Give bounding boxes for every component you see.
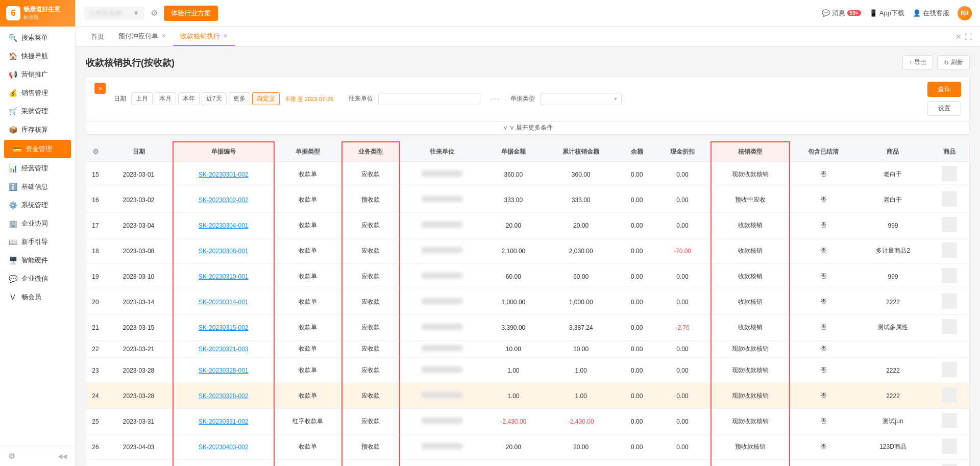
docno-link[interactable]: SK-20230314-001 bbox=[199, 299, 248, 306]
purchase-icon: 🛒 bbox=[8, 107, 17, 115]
main-area: 工作区名称 ▼ ⚙ 体验行业方案 💬 消息 99+ 📱 App下载 👤 在线客服… bbox=[76, 0, 980, 466]
sidebar-item-member[interactable]: V 畅会员 bbox=[0, 288, 75, 306]
sidebar-item-purchase[interactable]: 🛒 采购管理 bbox=[0, 102, 75, 120]
gear-icon[interactable]: ⚙ bbox=[151, 8, 158, 18]
partner-filter-input[interactable] bbox=[378, 93, 480, 105]
refresh-button[interactable]: ↻ 刷新 bbox=[937, 55, 970, 70]
col-included: 包含已结清 bbox=[790, 142, 857, 162]
date-btn-this-year[interactable]: 本年 bbox=[178, 92, 200, 105]
sidebar-item-quicknav[interactable]: 🏠 快捷导航 bbox=[0, 47, 75, 65]
docno-link[interactable]: SK-20230315-002 bbox=[199, 324, 248, 331]
tab-home[interactable]: 首页 bbox=[84, 28, 111, 45]
col-amount: 单据金额 bbox=[484, 142, 543, 162]
docno-link[interactable]: SK-20230308-001 bbox=[199, 248, 248, 255]
cell-hxamount: 100.00 bbox=[543, 460, 620, 467]
col-discount: 现金折扣 bbox=[654, 142, 711, 162]
online-service-link[interactable]: 👤 在线客服 bbox=[913, 9, 949, 18]
cell-docno: SK-20230314-001 bbox=[173, 289, 274, 315]
doctype-filter-select[interactable] bbox=[540, 93, 622, 105]
service-icon: 👤 bbox=[913, 9, 921, 17]
docno-link[interactable]: SK-20230310-001 bbox=[199, 273, 248, 280]
table-row: 20 2023-03-14 SK-20230314-001 收款单 应收款 1,… bbox=[86, 289, 969, 315]
refresh-icon: ↻ bbox=[944, 59, 949, 66]
cell-date: 2023-03-15 bbox=[105, 315, 173, 340]
docno-link[interactable]: SK-20230321-003 bbox=[199, 346, 248, 353]
sidebar-item-guide[interactable]: 📖 新手引导 bbox=[0, 233, 75, 251]
sidebar-item-sales[interactable]: 💰 销售管理 bbox=[0, 84, 75, 102]
tabbar: 首页 预付冲应付单 ✕ 收款核销执行 ✕ ✕ ⛶ bbox=[76, 27, 980, 47]
cell-partner bbox=[400, 358, 484, 383]
table-container[interactable]: ⚙ 日期 单据编号 单据类型 业务类型 往来单位 单据金额 累计核销金额 余额 … bbox=[86, 141, 969, 466]
docno-link[interactable]: SK-20230403-002 bbox=[199, 444, 248, 451]
sidebar-item-corp[interactable]: 🏢 企业协同 bbox=[0, 214, 75, 233]
query-button[interactable]: 查询 bbox=[927, 82, 961, 97]
sidebar-item-basic[interactable]: ℹ️ 基础信息 bbox=[0, 178, 75, 196]
tab-receipts[interactable]: 收款核销执行 ✕ bbox=[173, 28, 235, 46]
cell-discount: 0.00 bbox=[654, 434, 711, 460]
message-badge[interactable]: 💬 消息 99+ bbox=[822, 9, 861, 18]
cell-doctype: 收款单 bbox=[274, 460, 342, 467]
sidebar-item-finance[interactable]: 💳 资金管理 bbox=[4, 140, 71, 158]
docno-link[interactable]: SK-20230328-002 bbox=[199, 393, 248, 400]
cell-amount: 100.00 bbox=[484, 460, 543, 467]
industry-solution-button[interactable]: 体验行业方案 bbox=[164, 6, 218, 21]
col-docno: 单据编号 bbox=[173, 142, 274, 162]
col-gear[interactable]: ⚙ bbox=[86, 142, 105, 162]
cell-goods2 bbox=[929, 460, 969, 467]
date-btn-7days[interactable]: 近7天 bbox=[202, 92, 227, 105]
tab-close-all-icon[interactable]: ✕ bbox=[955, 33, 962, 41]
more-filters-dots[interactable]: ··· bbox=[485, 94, 505, 104]
workspace-dropdown-icon: ▼ bbox=[133, 9, 139, 17]
cell-hxamount: 333.00 bbox=[543, 187, 620, 213]
filter-expand-button[interactable]: » bbox=[94, 83, 106, 94]
sidebar-item-marketing[interactable]: 📢 营销推广 bbox=[0, 65, 75, 84]
cell-partner bbox=[400, 460, 484, 467]
cell-no: 18 bbox=[86, 238, 105, 264]
tabbar-right: ✕ ⛶ bbox=[955, 33, 972, 41]
user-avatar[interactable]: Rit bbox=[958, 6, 972, 20]
tab-prepay-close[interactable]: ✕ bbox=[161, 33, 166, 39]
tab-receipts-close[interactable]: ✕ bbox=[223, 33, 228, 39]
cell-amount: -2,430.00 bbox=[484, 409, 543, 434]
date-range-display: 不限 至 2023-07-26 bbox=[285, 95, 333, 103]
date-btn-more[interactable]: 更多 bbox=[229, 92, 250, 105]
date-btn-last-month[interactable]: 上月 bbox=[131, 92, 153, 105]
docno-link[interactable]: SK-20230302-002 bbox=[199, 197, 248, 204]
filter-settings-button[interactable]: 设置 bbox=[927, 101, 961, 116]
docno-link[interactable]: SK-20230304-001 bbox=[199, 222, 248, 229]
sidebar-item-search[interactable]: 🔍 搜索菜单 bbox=[0, 29, 75, 47]
sidebar-item-label-ops: 经营管理 bbox=[21, 164, 48, 173]
expand-more-conditions[interactable]: ∨ ∨ 展开更多条件 bbox=[86, 121, 970, 135]
cell-partner bbox=[400, 238, 484, 264]
col-balance: 余额 bbox=[619, 142, 654, 162]
sidebar-item-inventory[interactable]: 📦 库存核算 bbox=[0, 120, 75, 139]
app-download-link[interactable]: 📱 App下载 bbox=[869, 9, 904, 18]
cell-doctype: 收款单 bbox=[274, 315, 342, 340]
export-button[interactable]: ↑ 导出 bbox=[902, 55, 933, 70]
tab-expand-icon[interactable]: ⛶ bbox=[965, 33, 972, 41]
cell-included: 否 bbox=[790, 264, 857, 289]
guide-icon: 📖 bbox=[8, 238, 17, 246]
page-actions: ↑ 导出 ↻ 刷新 bbox=[902, 55, 970, 70]
docno-link[interactable]: SK-20230328-001 bbox=[199, 367, 248, 374]
docno-link[interactable]: SK-20230331-002 bbox=[199, 418, 248, 425]
sidebar-item-wechat[interactable]: 💬 企业微信 bbox=[0, 269, 75, 288]
expand-more-label: ∨ 展开更多条件 bbox=[509, 124, 553, 131]
tab-prepay[interactable]: 预付冲应付单 ✕ bbox=[111, 28, 173, 46]
cell-docno: SK-20230308-001 bbox=[173, 238, 274, 264]
cell-goods1: 123D商品 bbox=[857, 434, 929, 460]
date-custom-btn[interactable]: 自定义 bbox=[252, 92, 280, 105]
table-gear-icon[interactable]: ⚙ bbox=[92, 148, 99, 156]
sidebar-item-label-wechat: 企业微信 bbox=[21, 274, 48, 283]
date-btn-this-month[interactable]: 本月 bbox=[155, 92, 176, 105]
cell-no: 25 bbox=[86, 409, 105, 434]
cell-hxtype: 收款核销 bbox=[711, 213, 790, 238]
sidebar-item-hardware[interactable]: 🖥️ 智能硬件 bbox=[0, 251, 75, 269]
sidebar-item-system[interactable]: ⚙️ 系统管理 bbox=[0, 196, 75, 214]
sidebar-menu: 🔍 搜索菜单 🏠 快捷导航 📢 营销推广 💰 销售管理 🛒 采购管理 📦 库存核… bbox=[0, 27, 75, 446]
docno-link[interactable]: SK-20230301-002 bbox=[199, 171, 248, 178]
sidebar-collapse-icon[interactable]: ◀◀ bbox=[58, 453, 67, 460]
sidebar-item-ops[interactable]: 📊 经营管理 bbox=[0, 159, 75, 178]
workspace-selector[interactable]: 工作区名称 ▼ bbox=[84, 7, 144, 20]
sidebar-settings-icon[interactable]: ⚙ bbox=[8, 451, 15, 461]
